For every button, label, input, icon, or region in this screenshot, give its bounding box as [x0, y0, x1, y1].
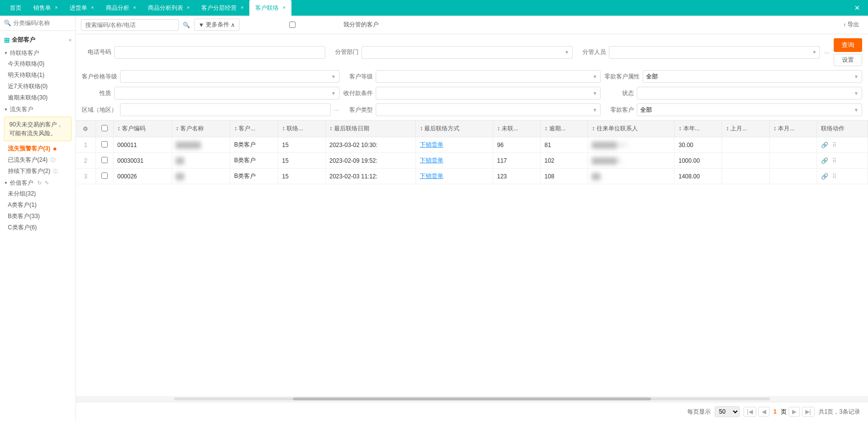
payment-select[interactable]: ▼ — [376, 87, 601, 99]
th-checkbox — [96, 121, 113, 137]
action-link-icon[interactable]: 🔗 — [821, 157, 828, 164]
nav-analysis[interactable]: 商品分析 × — [100, 0, 142, 16]
sidebar-all-customers[interactable]: ⊞ 全部客户 « — [4, 34, 72, 46]
edit-icon[interactable]: ✎ — [45, 180, 49, 186]
sidebar-item-week-pending[interactable]: 近7天待联络(0) — [0, 81, 75, 92]
collapse-arrow-icon: « — [69, 37, 72, 43]
nav-customer-tier-close[interactable]: × — [241, 0, 243, 16]
th-gear: ⚙ — [76, 121, 96, 137]
th-this-year: ↕ 本年... — [675, 121, 722, 137]
row-overdue: 108 — [540, 169, 588, 184]
nav-customer-link[interactable]: 客户联络 × — [249, 0, 291, 16]
customer-type-label: 客户类型 — [343, 106, 373, 114]
nav-sales[interactable]: 销售单 × — [27, 0, 64, 16]
zero-customer-select[interactable]: 全部 ▼ — [637, 103, 862, 116]
row-last-contact-method: 下销货单 — [416, 153, 493, 169]
nav-analysis-list[interactable]: 商品分析列表 × — [142, 0, 196, 16]
customer-type-select[interactable]: ▼ — [376, 103, 601, 116]
sidebar-item-ungrouped[interactable]: 未分组(32) — [0, 188, 75, 199]
price-level-select[interactable]: ▼ — [120, 70, 339, 83]
search-input[interactable] — [81, 19, 179, 31]
row-checkbox[interactable] — [101, 157, 108, 163]
filter-bar: 🔍 ▼ 更多条件 ∧ 我分管的客户 ↑ 导出 — [76, 16, 868, 34]
action-more-icon[interactable]: ⠿ — [832, 173, 837, 180]
sidebar-item-today-pending[interactable]: 今天待联络(0) — [0, 58, 75, 70]
nav-analysis-list-close[interactable]: × — [187, 0, 190, 16]
more-conditions-button[interactable]: ▼ 更多条件 ∧ — [194, 19, 240, 31]
nav-analysis-close[interactable]: × — [133, 0, 136, 16]
manager-select[interactable]: ▼ — [609, 46, 820, 59]
scroll-track — [174, 397, 770, 400]
row-num: 3 — [76, 169, 96, 184]
contact-method-link[interactable]: 下销货单 — [420, 173, 443, 179]
refresh-icon[interactable]: ↻ — [37, 180, 42, 186]
nav-customer-tier[interactable]: 客户分层经营 × — [195, 0, 249, 16]
bottom-scrollbar[interactable] — [76, 396, 868, 402]
dept-select[interactable]: ▼ — [362, 46, 573, 59]
sidebar-item-tomorrow-pending[interactable]: 明天待联络(1) — [0, 70, 75, 81]
action-link-icon[interactable]: 🔗 — [821, 142, 828, 149]
gear-icon[interactable]: ⚙ — [83, 125, 88, 132]
my-customers-checkbox-label: 我分管的客户 — [243, 21, 379, 29]
nature-select[interactable]: ▼ — [114, 87, 339, 99]
th-action: 联络动作 — [817, 121, 868, 137]
row-checkbox[interactable] — [101, 141, 108, 148]
action-more-icon[interactable]: ⠿ — [832, 157, 837, 164]
nav-sales-close[interactable]: × — [55, 0, 58, 16]
th-contact: ↕ 联络... — [278, 121, 325, 137]
sidebar-value-group-label[interactable]: ▼ 价值客户 ↻ ✎ — [0, 177, 75, 188]
nav-purchase[interactable]: 进货单 × — [64, 0, 100, 16]
status-label: 状态 — [604, 89, 634, 98]
last-page-button[interactable]: ▶| — [802, 407, 815, 417]
select-all-checkbox[interactable] — [101, 125, 108, 131]
export-button[interactable]: ↑ 导出 — [839, 19, 863, 30]
query-button[interactable]: 查询 — [834, 38, 862, 52]
row-this-year: 1408.00 — [675, 169, 722, 184]
nav-customer-link-close[interactable]: × — [283, 0, 286, 16]
customer-level-select[interactable]: ▼ — [376, 70, 601, 83]
sidebar-item-already-lost[interactable]: 已流失客户(24) ⓘ — [0, 154, 75, 166]
manager-more-icon[interactable]: ··· — [824, 49, 830, 56]
search-submit-icon[interactable]: 🔍 — [183, 22, 190, 28]
window-close-button[interactable]: ✕ — [850, 4, 864, 12]
settings-button[interactable]: 设置 — [834, 54, 862, 66]
page-navigation: |◀ ◀ 1 页 ▶ ▶| — [744, 407, 815, 417]
my-customers-checkbox[interactable] — [243, 22, 341, 28]
action-more-icon[interactable]: ⠿ — [832, 142, 837, 149]
filter-row-4: 区域（地区） ··· 客户类型 ▼ 零款客户 全部 — [82, 103, 862, 116]
row-checkbox-cell — [96, 153, 113, 169]
row-action: 🔗 ⠿ — [817, 137, 868, 153]
row-last-contact-method: 下销货单 — [416, 137, 493, 153]
row-customer-name: ██████ — [171, 137, 230, 153]
nav-purchase-close[interactable]: × — [91, 0, 94, 16]
sidebar-item-overdue-pending[interactable]: 逾期未联络(30) — [0, 92, 75, 103]
status-select[interactable]: ▼ — [637, 87, 862, 99]
row-this-year: 30.00 — [675, 137, 722, 153]
region-more-icon[interactable]: ··· — [334, 106, 339, 114]
region-select[interactable] — [120, 103, 331, 116]
contact-method-link[interactable]: 下销货单 — [420, 141, 443, 148]
sidebar-lost-group-label[interactable]: ▼ 流失客户 — [0, 103, 75, 115]
sidebar-item-class-b[interactable]: B类客户(33) — [0, 211, 75, 222]
sidebar-item-loss-warning[interactable]: 流失预警客户(3) — [0, 143, 75, 154]
phone-input[interactable] — [114, 46, 325, 59]
row-checkbox[interactable] — [101, 173, 108, 179]
dept-label: 分管部门 — [329, 48, 359, 56]
contact-method-link[interactable]: 下销货单 — [420, 157, 443, 164]
action-link-icon[interactable]: 🔗 — [821, 173, 828, 180]
sidebar-search-input[interactable] — [13, 20, 76, 26]
row-this-month — [769, 169, 817, 184]
page-size-select[interactable]: 50 100 200 — [715, 406, 740, 417]
sidebar-pending-group-label[interactable]: ▼ 待联络客户 — [0, 47, 75, 58]
zero-attr-select[interactable]: 全部 ▼ — [643, 70, 862, 83]
sidebar-item-declining[interactable]: 持续下滑客户(2) ⓘ — [0, 166, 75, 177]
sidebar-item-class-a[interactable]: A类客户(1) — [0, 199, 75, 211]
next-page-button[interactable]: ▶ — [789, 407, 800, 417]
manager-label: 分管人员 — [577, 48, 606, 56]
first-page-button[interactable]: |◀ — [744, 407, 756, 417]
nav-home[interactable]: 首页 — [4, 0, 27, 16]
sidebar-item-class-c[interactable]: C类客户(6) — [0, 222, 75, 233]
table-row: 1 000011 ██████ B类客户 15 2023-03-02 10:30… — [76, 137, 868, 153]
prev-page-button[interactable]: ◀ — [758, 407, 770, 417]
filter-field-phone: 电话号码 — [82, 46, 325, 59]
